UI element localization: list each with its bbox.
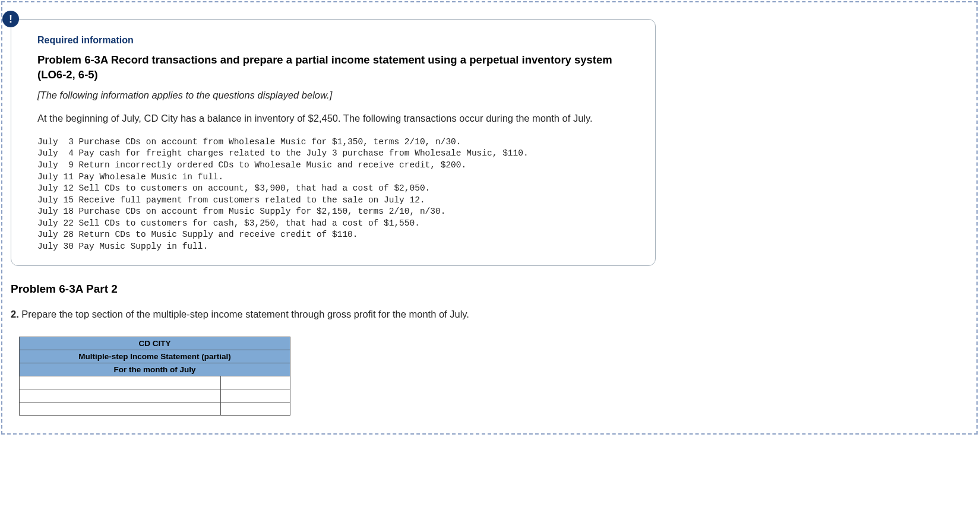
transaction-line: July 30 Pay Music Supply in full. [37,242,208,251]
transactions-block: July 3 Purchase CDs on account from Whol… [37,137,629,253]
income-statement-table: CD CITY Multiple-step Income Statement (… [19,337,290,416]
transaction-line: July 12 Sell CDs to customers on account… [37,183,430,193]
income-label-input[interactable] [20,402,221,416]
transaction-line: July 4 Pay cash for freight charges rela… [37,148,529,158]
table-header-company: CD CITY [20,337,290,350]
table-header-title: Multiple-step Income Statement (partial) [20,350,290,363]
transaction-line: July 28 Return CDs to Music Supply and r… [37,230,358,239]
page-container: ! Required information Problem 6-3A Reco… [1,1,978,435]
required-info-heading: Required information [37,35,629,46]
statement-title-cell: Multiple-step Income Statement (partial) [20,350,290,363]
income-amount-input[interactable] [221,376,290,389]
instruction-number: 2. [11,309,19,319]
transaction-line: July 3 Purchase CDs on account from Whol… [37,137,461,147]
info-badge-symbol: ! [9,13,12,26]
transaction-line: July 11 Pay Wholesale Music in full. [37,172,223,182]
part-heading: Problem 6-3A Part 2 [11,283,966,296]
statement-period-cell: For the month of July [20,363,290,376]
income-label-input[interactable] [20,389,221,402]
applies-note: [The following information applies to th… [37,90,629,101]
table-row [20,376,290,389]
intro-text: At the beginning of July, CD City has a … [37,112,629,126]
problem-title: Problem 6-3A Record transactions and pre… [37,53,629,83]
instruction-text: Prepare the top section of the multiple-… [21,309,469,319]
info-box-wrapper: ! Required information Problem 6-3A Reco… [11,19,966,266]
income-label-input[interactable] [20,376,221,389]
table-header-period: For the month of July [20,363,290,376]
transaction-line: July 15 Receive full payment from custom… [37,195,425,205]
company-name-cell: CD CITY [20,337,290,350]
required-info-box: Required information Problem 6-3A Record… [11,19,656,266]
info-badge-icon: ! [2,11,19,27]
income-amount-input[interactable] [221,389,290,402]
transaction-line: July 18 Purchase CDs on account from Mus… [37,207,445,216]
instruction-line: 2. Prepare the top section of the multip… [11,309,966,320]
income-amount-input[interactable] [221,402,290,416]
table-row [20,402,290,416]
table-row [20,389,290,402]
transaction-line: July 22 Sell CDs to customers for cash, … [37,218,420,228]
transaction-line: July 9 Return incorrectly ordered CDs to… [37,160,466,170]
